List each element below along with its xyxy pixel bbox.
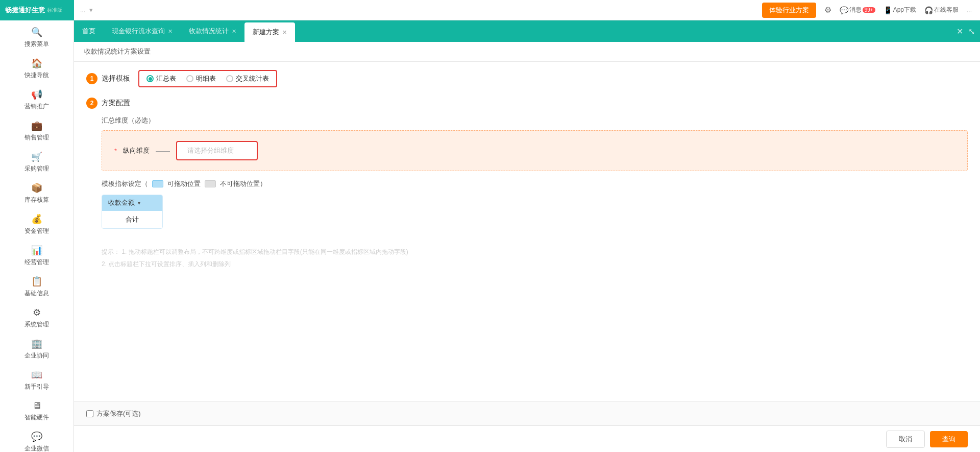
guide-icon: 📖 — [31, 369, 42, 380]
user-info: ... — [967, 7, 972, 14]
sidebar-label-purchase: 采购管理 — [24, 164, 49, 173]
step2-label: 方案配置 — [102, 99, 130, 108]
dim-row: * 纵向维度 —— 请选择分组维度 — [114, 141, 955, 160]
sidebar-item-marketing[interactable]: 📢 营销推广 — [0, 84, 74, 115]
sidebar-item-management[interactable]: 📊 经营管理 — [0, 240, 74, 271]
page-header: 收款情况统计方案设置 — [74, 42, 980, 62]
notifications-label: 消息 — [849, 6, 862, 14]
tab-new-plan[interactable]: 新建方案 ✕ — [244, 22, 295, 42]
sidebar-item-purchase[interactable]: 🛒 采购管理 — [0, 146, 74, 177]
sidebar-label-guide: 新手引导 — [24, 383, 49, 391]
step2-row: 2 方案配置 汇总维度（必选） * 纵向维度 —— 请选择分组维度 — [86, 98, 968, 270]
tab-cashflow-label: 现金银行流水查询 — [112, 27, 165, 36]
dimension-area: * 纵向维度 —— 请选择分组维度 — [102, 130, 968, 171]
stat-table: 收款金额 ▾ 合计 — [102, 195, 163, 229]
sidebar-label-inventory: 库存核算 — [24, 196, 49, 204]
step1-label: 选择模板 — [102, 74, 130, 83]
trial-button[interactable]: 体验行业方案 — [762, 3, 816, 18]
notifications-btn[interactable]: 💬 消息 99+ — [840, 6, 875, 14]
cancel-button[interactable]: 取消 — [886, 431, 925, 448]
sidebar-item-base-info[interactable]: 📋 基础信息 — [0, 271, 74, 302]
draggable-legend-label: 可拖动位置 — [167, 179, 201, 188]
sidebar-label-management: 经营管理 — [24, 258, 49, 267]
tab-bar-close-icon[interactable]: ✕ — [957, 27, 963, 36]
draggable-legend-box — [152, 180, 163, 187]
dim-input-box[interactable]: 请选择分组维度 — [176, 141, 258, 160]
vertical-dim-label: 纵向维度 — [123, 146, 150, 155]
wechat-icon: 💬 — [31, 431, 42, 442]
sidebar-item-sales[interactable]: 💼 销售管理 — [0, 115, 74, 146]
summary-dim-label: 汇总维度（必选） — [102, 116, 968, 125]
sidebar-item-hardware[interactable]: 🖥 智能硬件 — [0, 395, 74, 426]
gear-icon[interactable]: ⚙ — [824, 5, 831, 15]
tab-new-plan-label: 新建方案 — [253, 28, 279, 37]
download-label: App下载 — [893, 6, 916, 14]
indicators-title: 模板指标设定（ — [102, 179, 148, 188]
sidebar-item-wechat[interactable]: 💬 企业微信 — [0, 426, 74, 452]
sales-icon: 💼 — [31, 120, 42, 131]
query-button[interactable]: 查询 — [930, 431, 968, 447]
dropdown-arrow-icon[interactable]: ▾ — [89, 6, 93, 14]
indicators-legend-row: 模板指标设定（ 可拖动位置 不可拖动位置） — [102, 179, 968, 188]
radio-summary[interactable]: 汇总表 — [146, 74, 176, 83]
service-btn[interactable]: 🎧 在线客服 — [924, 6, 959, 14]
tab-home-label: 首页 — [82, 27, 95, 36]
finance-icon: 💰 — [31, 213, 42, 225]
base-info-icon: 📋 — [31, 276, 42, 287]
sidebar-item-inventory[interactable]: 📦 库存核算 — [0, 177, 74, 208]
tab-collection-stat-label: 收款情况统计 — [189, 27, 229, 36]
download-btn[interactable]: 📱 App下载 — [884, 6, 916, 14]
stat-header-label: 收款金额 — [108, 198, 135, 207]
marketing-icon: 📢 — [31, 89, 42, 100]
home-icon: 🏠 — [31, 58, 42, 69]
sidebar-label-search: 搜索菜单 — [24, 40, 49, 49]
management-icon: 📊 — [31, 245, 42, 256]
sidebar-item-enterprise[interactable]: 🏢 企业协同 — [0, 333, 74, 364]
sidebar-label-nav: 快捷导航 — [24, 71, 49, 80]
indicators-section: 模板指标设定（ 可拖动位置 不可拖动位置） 收款金额 ▾ — [102, 179, 968, 230]
sidebar-item-search[interactable]: 🔍 搜索菜单 — [0, 20, 74, 53]
sidebar-item-nav[interactable]: 🏠 快捷导航 — [0, 53, 74, 84]
tab-home[interactable]: 首页 — [74, 20, 104, 42]
tips-section: 提示： 1. 拖动标题栏可以调整布局，不可跨维度或指标区域拖动栏目字段(只能在同… — [102, 246, 968, 270]
radio-crosstab-label: 交叉统计表 — [236, 74, 269, 83]
hardware-icon: 🖥 — [32, 400, 41, 411]
template-radio-group: 汇总表 明细表 交叉统计表 — [138, 70, 277, 87]
notifications-badge: 99+ — [863, 7, 875, 13]
purchase-icon: 🛒 — [31, 151, 42, 162]
radio-summary-label: 汇总表 — [156, 74, 176, 83]
bottom-section: 方案保存(可选) — [74, 401, 980, 425]
tab-cashflow-close[interactable]: ✕ — [168, 28, 173, 35]
save-plan-checkbox-label[interactable]: 方案保存(可选) — [86, 409, 141, 418]
sidebar-label-hardware: 智能硬件 — [24, 413, 49, 422]
non-draggable-legend-label: 不可拖动位置） — [220, 179, 266, 188]
stat-header[interactable]: 收款金额 ▾ — [102, 195, 162, 211]
step1-row: 1 选择模板 汇总表 明细表 — [86, 70, 968, 87]
required-mark: * — [114, 147, 117, 155]
radio-detail[interactable]: 明细表 — [186, 74, 216, 83]
tab-collection-stat-close[interactable]: ✕ — [232, 28, 236, 35]
tab-collection-stat[interactable]: 收款情况统计 ✕ — [181, 20, 244, 42]
sidebar-item-system[interactable]: ⚙ 系统管理 — [0, 302, 74, 333]
tab-cashflow[interactable]: 现金银行流水查询 ✕ — [104, 20, 181, 42]
stat-body-label: 合计 — [126, 216, 139, 223]
logo: 畅捷通好生意 标准版 — [0, 0, 74, 20]
step2-badge: 2 — [86, 98, 97, 109]
nav-breadcrumb: ... — [80, 7, 85, 14]
sidebar-item-guide[interactable]: 📖 新手引导 — [0, 364, 74, 395]
save-plan-checkbox[interactable] — [86, 410, 93, 417]
page-header-title: 收款情况统计方案设置 — [84, 47, 151, 55]
search-icon: 🔍 — [31, 27, 42, 38]
tab-bar: 首页 现金银行流水查询 ✕ 收款情况统计 ✕ 新建方案 ✕ ✕ ⤡ — [74, 20, 980, 42]
radio-crosstab[interactable]: 交叉统计表 — [226, 74, 269, 83]
tip-2: 2. 点击标题栏下拉可设置排序、插入列和删除列 — [102, 258, 968, 270]
sidebar-label-sales: 销售管理 — [24, 133, 49, 142]
sidebar-item-finance[interactable]: 💰 资金管理 — [0, 208, 74, 240]
dim-arrow: —— — [156, 147, 170, 155]
logo-text: 畅捷通好生意 — [5, 6, 45, 15]
tab-bar-expand-icon[interactable]: ⤡ — [968, 27, 975, 36]
inventory-icon: 📦 — [31, 182, 42, 194]
tab-new-plan-close[interactable]: ✕ — [282, 29, 287, 36]
step1-badge: 1 — [86, 73, 97, 84]
sidebar-label-marketing: 营销推广 — [24, 102, 49, 111]
